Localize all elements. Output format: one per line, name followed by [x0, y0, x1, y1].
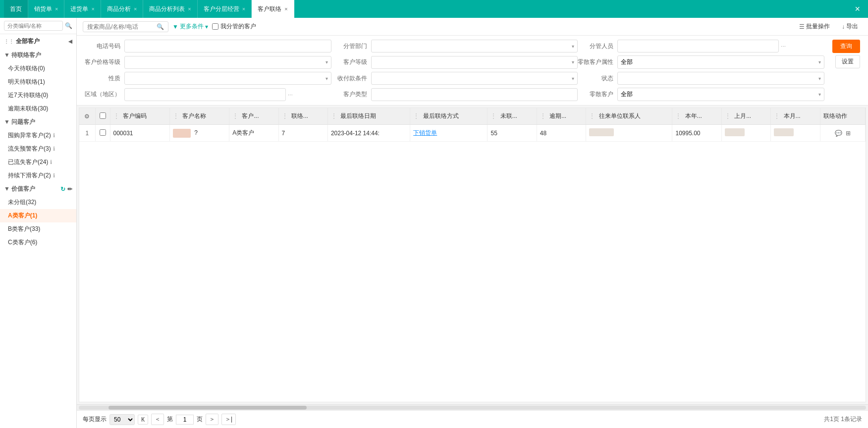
nav-customer-contact[interactable]: 客户联络 × [252, 0, 294, 18]
filter-region-more[interactable]: ··· [288, 91, 293, 98]
nav-purchase-label: 进货单 [70, 5, 88, 13]
sidebar-collapse-icon[interactable]: ◀ [68, 39, 72, 44]
sidebar-item-churned-label: 已流失客户(24) [8, 158, 48, 166]
filter-customer-type-input[interactable] [371, 88, 578, 101]
sidebar-item-unclassified-label: 未分组(32) [8, 198, 36, 207]
sidebar-search-icon[interactable]: 🔍 [65, 22, 72, 29]
col-this-year-label: 本年... [685, 112, 702, 119]
edit-icon[interactable]: ✏ [67, 186, 72, 193]
filter-dept-select[interactable]: ▾ [371, 40, 578, 53]
nav-purchase-close[interactable]: × [91, 6, 94, 12]
row-overdue: 48 [537, 125, 586, 142]
export-label: 导出 [846, 22, 858, 31]
info-icon-abnormal: ℹ [53, 132, 55, 139]
filter-search-input[interactable] [87, 23, 157, 30]
export-button[interactable]: ↓ 导出 [838, 21, 862, 32]
sidebar-item-overdue[interactable]: 逾期未联络(30) [0, 102, 76, 115]
col-contact-count-label: 联络... [291, 112, 308, 119]
sidebar-item-churned[interactable]: 已流失客户(24) ℹ [0, 156, 76, 169]
page-number-input[interactable] [176, 415, 194, 425]
filter-region-input[interactable] [124, 88, 286, 101]
refresh-icon[interactable]: ↻ [60, 186, 65, 193]
sidebar-item-today-label: 今天待联络(0) [8, 64, 45, 73]
nav-goods-list[interactable]: 商品分析列表 × [143, 0, 197, 18]
nav-purchase[interactable]: 进货单 × [64, 0, 101, 18]
nav-goods-analysis[interactable]: 商品分析 × [101, 0, 143, 18]
nav-close-all[interactable]: × [851, 4, 864, 14]
nav-customer-contact-close[interactable]: × [284, 6, 287, 12]
my-customers-check[interactable] [212, 23, 218, 30]
col-name-label: 客户名称 [182, 112, 206, 119]
page-size-label: 每页显示 [83, 415, 107, 424]
sidebar-item-abnormal[interactable]: 囤购异常客户(2) ℹ [0, 129, 76, 142]
sidebar-item-class-b[interactable]: B类客户(33) [0, 222, 76, 236]
first-page-btn[interactable]: К [138, 415, 148, 425]
my-customers-checkbox[interactable]: 我分管的客户 [212, 22, 256, 31]
sidebar-item-today[interactable]: 今天待联络(0) [0, 62, 76, 75]
sidebar-item-class-c[interactable]: C类客户(6) [0, 236, 76, 249]
next-page-btn[interactable]: ＞ [206, 414, 218, 425]
filter-zero-attr-label: 零散客户属性 [578, 58, 617, 66]
sidebar-item-class-a[interactable]: A类客户(1) [0, 209, 76, 222]
scroll-thumb[interactable] [108, 406, 307, 410]
all-customers-header[interactable]: ⋮⋮ 全部客户 ◀ [0, 34, 76, 49]
filter-status-select[interactable]: ▾ [617, 72, 824, 85]
nav-customer-layer-label: 客户分层经营 [204, 5, 239, 13]
filter-customer-grade-select[interactable]: ▾ [371, 56, 578, 69]
filter-phone-input[interactable] [124, 40, 331, 53]
batch-op-button[interactable]: ☰ 批量操作 [795, 21, 834, 32]
col-divider-last-month: ⋮ [725, 112, 731, 119]
col-this-month-label: 本月... [784, 112, 801, 119]
nav-home-label: 首页 [10, 5, 22, 13]
row-last-method[interactable]: 下销货单 [410, 125, 488, 142]
more-filters-btn[interactable]: ▼ 更多条件 ▾ [172, 22, 208, 31]
filter-manager-input[interactable] [617, 40, 779, 53]
row-action-icon2[interactable]: ⊞ [846, 130, 851, 137]
filter-payment-select[interactable]: ▾ [371, 72, 578, 85]
filter-customer-grade-label: 客户等级 [331, 58, 371, 66]
filter-price-grade-select[interactable]: ▾ [124, 56, 331, 69]
row-code: 000031 [110, 125, 169, 142]
col-last-month: ⋮ 上月... [721, 108, 770, 125]
sidebar-item-overdue-label: 逾期未联络(30) [8, 105, 48, 113]
filter-search-icon[interactable]: 🔍 [157, 23, 164, 30]
query-button[interactable]: 查询 [832, 40, 860, 53]
filter-action-buttons: 查询 设置 [824, 40, 860, 68]
page-size-select[interactable]: 50 100 200 [109, 414, 135, 425]
nav-sales[interactable]: 销货单 × [28, 0, 64, 18]
nav-goods-list-close[interactable]: × [188, 6, 191, 12]
col-name: ⋮ 客户名称 [169, 108, 229, 125]
filter-nature-select[interactable]: ▾ [124, 72, 331, 85]
prev-page-btn[interactable]: ＜ [151, 414, 164, 425]
sidebar-item-tomorrow[interactable]: 明天待联络(1) [0, 75, 76, 89]
sidebar-item-unclassified[interactable]: 未分组(32) [0, 196, 76, 209]
col-divider-overdue: ⋮ [540, 112, 546, 119]
select-all-checkbox[interactable] [100, 112, 106, 119]
nav-sales-close[interactable]: × [55, 6, 58, 12]
row-select-checkbox[interactable] [100, 129, 106, 136]
row-checkbox[interactable] [95, 125, 110, 142]
sidebar-item-churn-warning[interactable]: 流失预警客户(3) ℹ [0, 142, 76, 156]
row-last-method-link[interactable]: 下销货单 [413, 129, 437, 136]
nav-customer-layer[interactable]: 客户分层经营 × [198, 0, 252, 18]
horizontal-scrollbar[interactable] [77, 404, 868, 410]
nav-customer-layer-close[interactable]: × [242, 6, 245, 12]
page-end-label: 页 [197, 415, 203, 424]
row-action-icon1[interactable]: 💬 [835, 130, 842, 137]
filter-zero-customer-select[interactable]: 全部 ▾ [617, 88, 824, 101]
table-settings-icon[interactable]: ⚙ [84, 113, 90, 120]
filter-price-grade-arrow: ▾ [326, 59, 328, 65]
nav-home[interactable]: 首页 [4, 0, 28, 18]
filter-manager-more[interactable]: ··· [781, 43, 786, 50]
sidebar-item-7days[interactable]: 近7天待联络(0) [0, 89, 76, 102]
sidebar-item-class-b-label: B类客户(33) [8, 225, 40, 233]
sidebar-search-input[interactable] [4, 21, 63, 31]
filter-zero-attr-select[interactable]: 全部 ▾ [617, 55, 824, 69]
nav-goods-analysis-close[interactable]: × [134, 6, 137, 12]
last-page-btn[interactable]: ＞| [221, 414, 236, 425]
col-settings[interactable]: ⚙ [79, 108, 95, 125]
row-action[interactable]: 💬 ⊞ [820, 125, 865, 142]
settings-button[interactable]: 设置 [835, 55, 860, 68]
sidebar-item-declining[interactable]: 持续下滑客户(2) ℹ [0, 169, 76, 182]
filter-zero-customer-arrow: ▾ [818, 92, 821, 97]
